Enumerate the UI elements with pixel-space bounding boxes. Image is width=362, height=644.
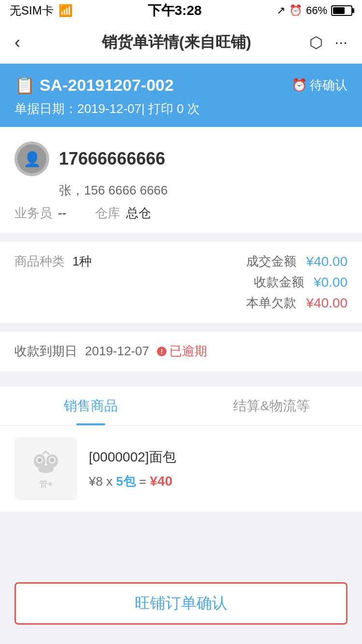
owed-amount-row: 本单欠款 ¥40.00 (246, 294, 348, 311)
due-date-section: 收款到期日 2019-12-07 ! 已逾期 (0, 331, 362, 371)
order-id: 📋 SA-20191207-002 (14, 75, 174, 95)
share-button[interactable]: ⬡ (309, 33, 323, 52)
battery-icon (331, 5, 352, 16)
tabs-row: 销售商品 结算&物流等 (0, 387, 362, 425)
deal-amount-value: ¥40.00 (306, 254, 348, 269)
summary-section: 商品种类 1种 成交金额 ¥40.00 收款金额 ¥0.00 本单欠款 ¥40.… (0, 241, 362, 323)
order-header-top: 📋 SA-20191207-002 ⏰ 待确认 (14, 75, 348, 95)
order-header-card: 📋 SA-20191207-002 ⏰ 待确认 单据日期：2019-12-07|… (0, 64, 362, 127)
back-button[interactable]: ‹ (14, 32, 43, 53)
product-name: [0000002]面包 (89, 448, 348, 466)
avatar-inner: 👤 (17, 144, 46, 173)
product-quantity: 5包 (116, 474, 135, 489)
product-price: ¥8 x (89, 474, 116, 489)
section-separator (0, 379, 362, 387)
avatar: 👤 (14, 141, 49, 176)
status-right: ↗ ⏰ 66% (277, 4, 352, 17)
warehouse-label: 仓库 (95, 205, 120, 222)
order-status: ⏰ 待确认 (292, 77, 348, 94)
sales-value: -- (58, 206, 66, 221)
confirm-bar: 旺铺订单确认 (0, 573, 362, 644)
location-icon: ↗ (277, 4, 285, 17)
deal-amount-label: 成交金额 (246, 253, 296, 270)
customer-meta: 业务员 -- 仓库 总仓 (14, 205, 348, 222)
category-label: 商品种类 (14, 253, 65, 270)
nav-bar: ‹ 销货单详情(来自旺铺) ⬡ ··· (0, 21, 362, 64)
svg-point-4 (38, 458, 42, 462)
sales-label: 业务员 (14, 205, 52, 222)
wifi-icon: 📶 (58, 4, 73, 17)
customer-row: 👤 17666666666 (14, 141, 348, 176)
overdue-text: 已逾期 (169, 343, 207, 360)
alarm-icon: ⏰ (289, 4, 302, 17)
product-item: 管+ [0000002]面包 ¥8 x 5包 = ¥40 (0, 426, 362, 512)
customer-phone: 17666666666 (59, 149, 165, 169)
customer-section: 👤 17666666666 张，156 6666 6666 业务员 -- 仓库 … (0, 127, 362, 233)
status-bar: 无SIM卡 📶 下午3:28 ↗ ⏰ 66% (0, 0, 362, 21)
category-value: 1种 (72, 253, 92, 270)
battery-fill (333, 7, 345, 14)
status-left: 无SIM卡 📶 (10, 3, 73, 18)
deal-amount-row: 成交金额 ¥40.00 (246, 253, 348, 270)
amount-info: 成交金额 ¥40.00 收款金额 ¥0.00 本单欠款 ¥40.00 (246, 253, 348, 311)
battery-percentage: 66% (306, 4, 327, 17)
tabs-section: 销售商品 结算&物流等 (0, 387, 362, 426)
owed-amount-value: ¥40.00 (306, 295, 348, 311)
product-thumb-label: 管+ (39, 478, 53, 490)
page-title: 销货单详情(来自旺铺) (102, 32, 251, 53)
warehouse: 仓库 总仓 (95, 205, 151, 222)
order-date: 单据日期：2019-12-07| 打印 0 次 (14, 100, 348, 117)
received-amount-value: ¥0.00 (314, 275, 348, 290)
svg-point-5 (50, 458, 54, 462)
more-button[interactable]: ··· (334, 33, 348, 51)
time-display: 下午3:28 (148, 1, 202, 20)
status-clock-icon: ⏰ (292, 78, 307, 93)
svg-point-6 (38, 465, 54, 473)
due-date-value: 2019-12-07 (85, 344, 149, 359)
product-total: ¥40 (150, 474, 172, 489)
confirm-order-button[interactable]: 旺铺订单确认 (14, 582, 348, 625)
tab-settlement[interactable]: 结算&物流等 (181, 387, 362, 425)
avatar-icon: 👤 (23, 151, 41, 168)
overdue-icon: ! (157, 347, 167, 356)
order-icon: 📋 (14, 75, 35, 95)
received-amount-row: 收款金额 ¥0.00 (254, 274, 348, 291)
product-thumbnail: 管+ (14, 437, 77, 500)
tab-products[interactable]: 销售商品 (0, 387, 181, 425)
due-date-label: 收款到期日 (14, 343, 77, 360)
overdue-badge: ! 已逾期 (157, 343, 207, 360)
product-info: [0000002]面包 ¥8 x 5包 = ¥40 (89, 448, 348, 490)
customer-name: 张，156 6666 6666 (59, 182, 348, 199)
category-info: 商品种类 1种 (14, 253, 92, 270)
product-thumb-owl: 管+ (29, 448, 63, 490)
received-amount-label: 收款金额 (254, 274, 304, 291)
product-price-row: ¥8 x 5包 = ¥40 (89, 473, 348, 490)
carrier-label: 无SIM卡 (10, 3, 54, 18)
nav-actions: ⬡ ··· (309, 33, 348, 52)
warehouse-value: 总仓 (126, 205, 151, 222)
price-equals: = (136, 474, 150, 489)
owed-amount-label: 本单欠款 (246, 294, 296, 311)
sales-person: 业务员 -- (14, 205, 66, 222)
